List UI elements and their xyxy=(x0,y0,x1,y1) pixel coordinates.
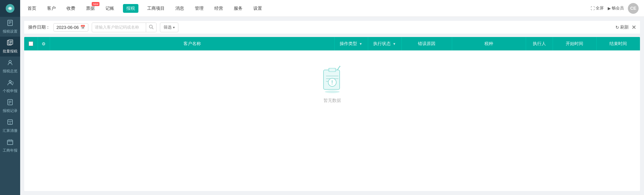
calendar-icon: 📅 xyxy=(80,25,85,30)
column-customer: 客户名称 xyxy=(50,37,334,50)
sidebar-item-label: 工商年报 xyxy=(3,148,17,153)
svg-rect-31 xyxy=(329,69,335,71)
column-taxtype: 税种 xyxy=(452,37,526,50)
column-status: 执行状态 ▼ xyxy=(368,37,401,50)
jilu-icon xyxy=(7,99,13,107)
column-optype: 操作类型 ▼ xyxy=(334,37,368,50)
table-header: ⚙ 客户名称 操作类型 ▼ 执行状态 ▼ xyxy=(24,37,640,50)
fullscreen-button[interactable]: ⛶ 全屏 xyxy=(591,5,604,11)
data-table: ⚙ 客户名称 操作类型 ▼ 执行状态 ▼ xyxy=(24,37,640,110)
search-icon xyxy=(149,25,154,29)
data-table-container: ⚙ 客户名称 操作类型 ▼ 执行状态 ▼ xyxy=(24,37,640,191)
svg-text:!: ! xyxy=(331,80,333,85)
svg-rect-2 xyxy=(8,20,12,26)
nav-invoice[interactable]: 票据 new xyxy=(84,4,97,13)
nav-bookkeeping[interactable]: 记账 xyxy=(103,4,116,13)
topnav-right: ⛶ 全屏 ▶ 畅会员 CE xyxy=(591,3,639,14)
sidebar: 报税设置 批量报税 报税总览 xyxy=(0,0,20,195)
column-check xyxy=(24,37,38,50)
sidebar-item-label: 报税设置 xyxy=(3,29,17,34)
search-input[interactable] xyxy=(92,23,146,31)
piliang-icon xyxy=(7,39,13,48)
refresh-icon: ↻ xyxy=(615,25,619,30)
date-picker[interactable]: 2023-06-06 📅 xyxy=(53,23,88,32)
nav-tax[interactable]: 报税 xyxy=(123,4,138,13)
svg-point-11 xyxy=(9,61,11,63)
member-button[interactable]: ▶ 畅会员 xyxy=(608,5,624,11)
app-logo xyxy=(0,0,20,17)
top-navigation: 首页 客户 收费 票据 new 记账 报税 工商项目 消息 管理 经营 服务 设… xyxy=(20,0,644,17)
sidebar-item-zonglan[interactable]: 报税总览 xyxy=(0,56,20,76)
date-value: 2023-06-06 xyxy=(56,25,79,30)
nav-home[interactable]: 首页 xyxy=(26,4,38,13)
column-starttime: 开始时间 xyxy=(553,37,596,50)
empty-illustration: ! xyxy=(319,64,346,94)
svg-rect-22 xyxy=(7,140,13,145)
column-endtime: 结束时间 xyxy=(596,37,640,50)
sidebar-item-huisuan[interactable]: 汇算清缴 xyxy=(0,116,20,136)
sidebar-item-baoshuishezhi[interactable]: 报税设置 xyxy=(0,17,20,37)
search-container xyxy=(92,23,157,32)
refresh-button[interactable]: ↻ 刷新 xyxy=(615,24,629,30)
sidebar-item-geshui[interactable]: ¥ 个税申报 xyxy=(0,76,20,96)
geshui-icon: ¥ xyxy=(7,79,13,87)
table-body: ! 暂无数据 xyxy=(24,50,640,110)
empty-text: 暂无数据 xyxy=(324,98,341,104)
baoshuishezhi-icon xyxy=(7,20,13,28)
sidebar-item-label: 批量报税 xyxy=(3,49,17,54)
column-executor: 执行人 xyxy=(526,37,553,50)
sidebar-item-label: 汇算清缴 xyxy=(3,128,17,133)
sort-status-icon[interactable]: ▼ xyxy=(393,42,396,46)
zonglan-icon xyxy=(7,59,13,68)
sidebar-item-label: 报税记录 xyxy=(3,108,17,113)
nav-message[interactable]: 消息 xyxy=(173,4,186,13)
svg-line-27 xyxy=(152,28,153,29)
empty-state: ! 暂无数据 xyxy=(24,50,640,110)
sidebar-item-jilu[interactable]: 报税记录 xyxy=(0,96,20,116)
sidebar-item-piliang[interactable]: 批量报税 xyxy=(0,37,20,56)
svg-point-1 xyxy=(9,7,11,9)
sidebar-item-label: 个税申报 xyxy=(3,88,17,93)
nav-settings[interactable]: 设置 xyxy=(251,4,264,13)
chevron-down-icon: ▾ xyxy=(173,26,175,29)
select-all-checkbox[interactable] xyxy=(29,41,33,46)
toolbar: 操作日期： 2023-06-06 📅 筛选 ▾ xyxy=(24,21,640,34)
video-icon: ▶ xyxy=(608,6,611,11)
date-label: 操作日期： xyxy=(24,21,50,34)
sort-optype-icon[interactable]: ▼ xyxy=(359,42,362,46)
filter-label: 筛选 xyxy=(164,25,172,30)
filter-button[interactable]: 筛选 ▾ xyxy=(160,23,178,32)
search-button[interactable] xyxy=(146,23,156,32)
nav-business[interactable]: 经营 xyxy=(212,4,225,13)
avatar[interactable]: CE xyxy=(628,3,639,14)
column-gear: ⚙ xyxy=(38,37,50,50)
main-area: 首页 客户 收费 票据 new 记账 报税 工商项目 消息 管理 经营 服务 设… xyxy=(20,0,644,195)
close-button[interactable]: ✕ xyxy=(632,24,636,31)
gongshangnian-icon xyxy=(7,139,13,147)
sidebar-item-label: 报税总览 xyxy=(3,69,17,74)
nav-customer[interactable]: 客户 xyxy=(45,4,58,13)
page-container: 操作日期： 2023-06-06 📅 筛选 ▾ xyxy=(20,17,644,195)
toolbar-right-actions: ↻ 刷新 ✕ xyxy=(615,24,640,31)
content-area: 操作日期： 2023-06-06 📅 筛选 ▾ xyxy=(20,17,644,195)
nav-industry[interactable]: 工商项目 xyxy=(145,4,167,13)
huisuan-icon xyxy=(7,119,13,127)
svg-point-28 xyxy=(325,90,340,93)
nav-fee[interactable]: 收费 xyxy=(65,4,77,13)
svg-text:¥: ¥ xyxy=(11,82,12,84)
fullscreen-icon: ⛶ xyxy=(591,6,595,11)
column-reason: 错误原因 xyxy=(401,37,452,50)
nav-management[interactable]: 管理 xyxy=(193,4,206,13)
gear-icon[interactable]: ⚙ xyxy=(42,41,46,46)
nav-service[interactable]: 服务 xyxy=(232,4,245,13)
svg-point-12 xyxy=(9,80,11,82)
new-badge: new xyxy=(92,2,99,6)
sidebar-item-gongshangnian[interactable]: 工商年报 xyxy=(0,136,20,156)
